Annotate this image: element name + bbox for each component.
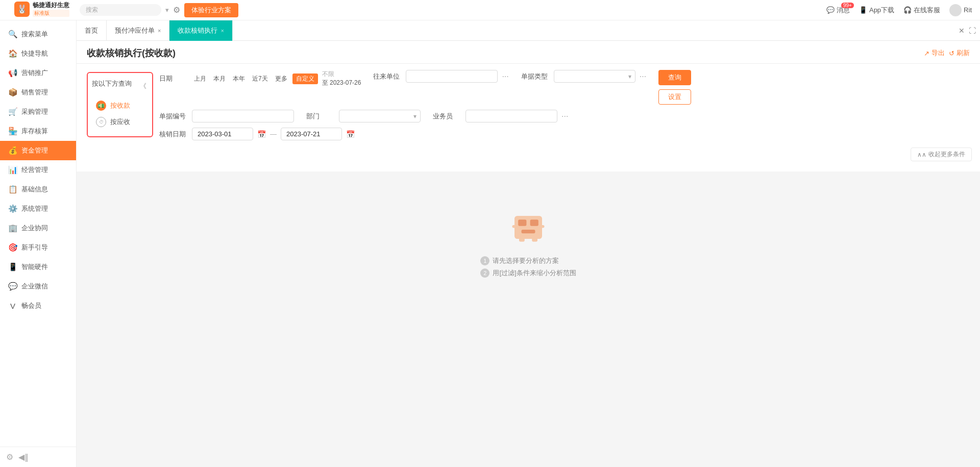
tab-collection[interactable]: 收款核销执行 × — [169, 20, 232, 41]
partner-more-icon[interactable]: ··· — [502, 72, 508, 81]
collapse-more-btn[interactable]: ∧∧ 收起更多条件 — [911, 148, 972, 161]
query-btn[interactable]: 查询 — [658, 70, 691, 85]
collapse-chevron-icon: ∧∧ — [917, 151, 926, 158]
date-btn-last-month[interactable]: 上月 — [192, 73, 208, 84]
logo-icon: 🐰 — [14, 2, 30, 17]
sidebar-item-inventory[interactable]: 🏪 库存核算 — [0, 121, 76, 141]
refresh-btn[interactable]: ↺ 刷新 — [949, 48, 970, 58]
topbar-search-bar[interactable]: 搜索 — [80, 4, 161, 16]
sidebar-item-enterprise[interactable]: 🏢 企业协同 — [0, 218, 76, 238]
writeoff-date-label: 核销日期 — [159, 130, 188, 139]
sidebar-item-search-menu[interactable]: 🔍 搜索菜单 — [0, 24, 76, 44]
online-service-btn[interactable]: 🎧 在线客服 — [903, 6, 940, 15]
sidebar-item-newbie[interactable]: 🎯 新手引导 — [0, 238, 76, 257]
tab-expand-btn[interactable]: ⛶ — [969, 27, 976, 35]
sidebar-label-wechat: 企业微信 — [21, 282, 48, 291]
app-download-btn[interactable]: 📱 App下载 — [859, 6, 894, 15]
inventory-icon: 🏪 — [8, 127, 17, 136]
settings-icon[interactable]: ⚙ — [6, 452, 13, 462]
logo-area: 🐰 畅捷通好生意 标准版 — [8, 0, 76, 23]
sidebar-item-management[interactable]: 📊 经营管理 — [0, 160, 76, 180]
sidebar-label-enterprise: 企业协同 — [21, 224, 48, 233]
quick-nav-icon: 🏠 — [8, 49, 17, 58]
filter-side-panel: 按以下方查询 《 💵 按收款 ⏱ 按应收 — [87, 72, 153, 137]
collapse-sidebar-icon[interactable]: ◀‖ — [18, 452, 29, 462]
doc-type-select-wrapper — [554, 70, 635, 83]
filter-side-item-receivable[interactable]: ⏱ 按应收 — [92, 114, 148, 130]
doc-type-select[interactable] — [554, 70, 635, 83]
date-btn-this-year[interactable]: 本年 — [231, 73, 247, 84]
page-header: 收款核销执行(按收款) ↗ 导出 ↺ 刷新 — [77, 41, 980, 64]
tab-prepay-label: 预付冲应付单 — [115, 26, 155, 35]
writeoff-date-range: 📅 — 📅 — [192, 128, 355, 140]
partner-input[interactable] — [406, 70, 498, 83]
sidebar-label-vip: 畅会员 — [21, 301, 41, 310]
filter-side-receivable-label: 按应收 — [110, 117, 130, 127]
export-btn[interactable]: ↗ 导出 — [924, 48, 945, 58]
svg-rect-5 — [540, 225, 545, 228]
management-icon: 📊 — [8, 165, 17, 175]
message-badge: 99+ — [841, 3, 854, 8]
sidebar-item-finance[interactable]: 💰 资金管理 — [0, 141, 76, 160]
date-btn-7days[interactable]: 近7天 — [250, 73, 270, 84]
sidebar-item-quick-nav[interactable]: 🏠 快捷导航 — [0, 44, 76, 63]
salesperson-input[interactable] — [465, 110, 557, 122]
newbie-icon: 🎯 — [8, 243, 17, 252]
salesperson-more-icon[interactable]: ··· — [561, 112, 568, 121]
tab-close-all-btn[interactable]: ✕ — [959, 27, 965, 35]
sidebar-item-wechat[interactable]: 💬 企业微信 — [0, 277, 76, 296]
calendar-start-icon[interactable]: 📅 — [257, 130, 266, 138]
message-btn[interactable]: 💬 消息 99+ — [826, 6, 850, 15]
sidebar-item-sales[interactable]: 📦 销售管理 — [0, 83, 76, 102]
content-area: 首页 预付冲应付单 × 收款核销执行 × ✕ ⛶ 收款核销执行(按收款) — [77, 20, 980, 467]
tab-prepay-close[interactable]: × — [158, 28, 161, 34]
filter-query-col: 查询 设置 — [658, 70, 691, 105]
user-info[interactable]: Rit — [949, 4, 972, 16]
sidebar-nav: 🔍 搜索菜单 🏠 快捷导航 📢 营销推广 📦 销售管理 🛒 采购管理 🏪 — [0, 24, 76, 447]
tab-home[interactable]: 首页 — [77, 20, 107, 41]
app-icon: 📱 — [859, 6, 867, 14]
settings-btn[interactable]: 设置 — [658, 89, 691, 105]
filter-side-title: 按以下方查询 — [92, 79, 132, 88]
sidebar-item-hardware[interactable]: 📱 智能硬件 — [0, 257, 76, 277]
collapse-arrow[interactable]: 《 — [138, 81, 148, 91]
date-btn-this-month[interactable]: 本月 — [211, 73, 228, 84]
sidebar-item-purchase[interactable]: 🛒 采购管理 — [0, 102, 76, 121]
filter-row-2: 单据编号 部门 业务员 — [159, 110, 972, 122]
doc-number-input[interactable] — [192, 110, 294, 122]
dept-select[interactable] — [339, 110, 421, 122]
date-btns: 上月 本月 本年 近7天 更多 自定义 — [192, 73, 318, 84]
svg-rect-6 — [519, 238, 525, 241]
sidebar-label-search-menu: 搜索菜单 — [21, 30, 48, 39]
step-2-num: 2 — [480, 268, 489, 278]
sidebar-item-basic-info[interactable]: 📋 基础信息 — [0, 180, 76, 199]
sidebar-item-vip[interactable]: V 畅会员 — [0, 296, 76, 315]
logo-subtitle: 标准版 — [33, 10, 69, 17]
writeoff-date-start[interactable] — [192, 128, 253, 140]
sidebar-label-management: 经营管理 — [21, 165, 48, 175]
filter-side-receipt-label: 按收款 — [110, 101, 130, 110]
receivable-icon: ⏱ — [96, 117, 106, 127]
gear-icon[interactable]: ⚙ — [173, 5, 180, 15]
sidebar-label-basic-info: 基础信息 — [21, 185, 48, 194]
app-label: App下载 — [869, 6, 894, 15]
filter-side-item-receipt[interactable]: 💵 按收款 — [92, 97, 148, 114]
hardware-icon: 📱 — [8, 262, 17, 272]
empty-state: 1 请先选择要分析的方案 2 用[过滤]条件来缩小分析范围 — [77, 171, 980, 311]
user-name: Rit — [964, 6, 972, 14]
sidebar-item-marketing[interactable]: 📢 营销推广 — [0, 63, 76, 83]
doc-type-more-icon[interactable]: ··· — [640, 72, 646, 81]
dropdown-icon[interactable]: ▾ — [165, 6, 169, 14]
date-btn-more[interactable]: 更多 — [273, 73, 289, 84]
tab-collection-close[interactable]: × — [220, 28, 224, 34]
sidebar-item-system[interactable]: ⚙️ 系统管理 — [0, 199, 76, 218]
collapse-more-label: 收起更多条件 — [928, 150, 965, 159]
tab-bar-actions: ✕ ⛶ — [959, 27, 980, 35]
calendar-end-icon[interactable]: 📅 — [346, 130, 355, 138]
department-label: 部门 — [306, 112, 335, 121]
logo-title: 畅捷通好生意 — [33, 1, 69, 10]
doc-type-filter-group: 单据类型 ··· — [521, 70, 646, 83]
industry-btn[interactable]: 体验行业方案 — [184, 3, 238, 17]
tab-prepay[interactable]: 预付冲应付单 × — [107, 20, 169, 41]
writeoff-date-end[interactable] — [281, 128, 342, 140]
